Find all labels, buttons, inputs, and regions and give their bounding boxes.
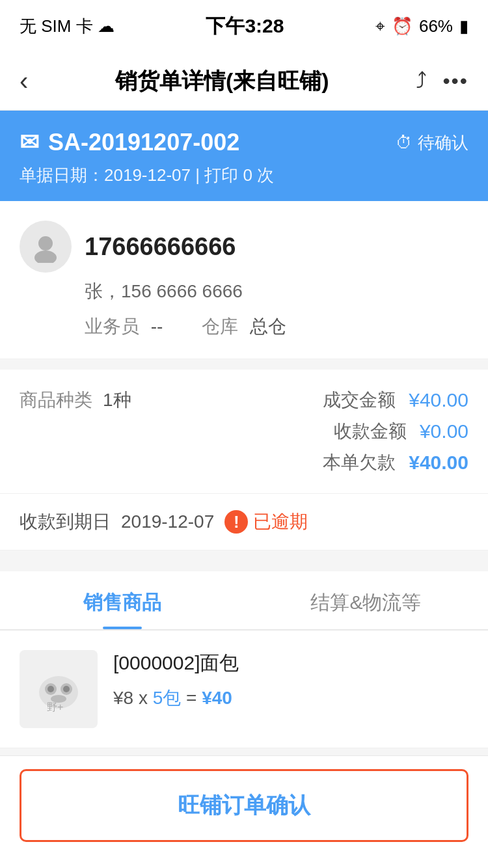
location-icon: ⌖ bbox=[375, 16, 385, 36]
product-name: [0000002]面包 bbox=[113, 650, 468, 677]
tabs-section: 销售商品 结算&物流等 bbox=[0, 571, 488, 631]
confirm-order-button[interactable]: 旺铺订单确认 bbox=[20, 769, 468, 842]
due-date-label: 收款到期日 bbox=[20, 509, 111, 534]
warehouse-field: 仓库 总仓 bbox=[202, 314, 286, 339]
owed-value: ¥40.00 bbox=[409, 452, 468, 474]
order-banner: ✉ SA-20191207-002 ⏱ 待确认 单据日期：2019-12-07 … bbox=[0, 111, 488, 201]
owed-amount-row: 本单欠款 ¥40.00 bbox=[323, 450, 468, 475]
product-list: 野+ [0000002]面包 ¥8 x 5包 = ¥40 bbox=[0, 631, 488, 748]
order-date-text: 单据日期：2019-12-07 bbox=[20, 165, 191, 185]
status-clock-icon: ⏱ bbox=[396, 133, 413, 153]
salesperson-field: 业务员 -- bbox=[85, 314, 163, 339]
transaction-label: 成交金额 bbox=[323, 388, 396, 413]
order-separator: | bbox=[195, 165, 204, 185]
tab-settlement-label: 结算&物流等 bbox=[310, 591, 421, 613]
status-time: 下午3:28 bbox=[206, 13, 284, 40]
customer-meta-row: 业务员 -- 仓库 总仓 bbox=[85, 314, 468, 339]
customer-name: 张，156 6666 6666 bbox=[85, 279, 468, 304]
product-qty: 5包 bbox=[153, 688, 182, 708]
overdue-badge: ! 已逾期 bbox=[224, 509, 308, 534]
page-title: 销货单详情(来自旺铺) bbox=[115, 66, 329, 96]
order-print-text: 打印 0 次 bbox=[204, 165, 274, 185]
battery-label: 66% bbox=[419, 16, 453, 36]
svg-point-5 bbox=[47, 686, 54, 692]
product-info: [0000002]面包 ¥8 x 5包 = ¥40 bbox=[113, 650, 468, 711]
divider-2 bbox=[0, 550, 488, 561]
equals-sign: = bbox=[186, 688, 197, 708]
sim-label: 无 SIM 卡 ☁ bbox=[20, 15, 115, 38]
received-label: 收款金额 bbox=[334, 419, 407, 444]
product-types-value: 1种 bbox=[103, 388, 131, 413]
transaction-value: ¥40.00 bbox=[409, 389, 468, 411]
battery-icon: ▮ bbox=[459, 16, 468, 36]
salesperson-value: -- bbox=[151, 316, 163, 336]
product-types-label: 商品种类 bbox=[20, 388, 92, 413]
overdue-icon: ! bbox=[224, 510, 248, 534]
order-status-text: 待确认 bbox=[418, 131, 468, 154]
summary-section: 商品种类 1种 成交金额 ¥40.00 收款金额 ¥0.00 本单欠款 ¥40.… bbox=[0, 370, 488, 494]
nav-bar: ‹ 销货单详情(来自旺铺) ⤴ ••• bbox=[0, 52, 488, 111]
product-image: 野+ bbox=[20, 650, 98, 728]
order-icon: ✉ bbox=[20, 129, 39, 156]
status-right: ⌖ ⏰ 66% ▮ bbox=[375, 16, 468, 36]
tab-sales-products[interactable]: 销售商品 bbox=[0, 571, 244, 629]
received-amount-row: 收款金额 ¥0.00 bbox=[334, 419, 468, 444]
warehouse-label: 仓库 bbox=[202, 316, 238, 336]
back-button[interactable]: ‹ bbox=[20, 66, 28, 96]
share-button[interactable]: ⤴ bbox=[416, 68, 427, 94]
status-bar: 无 SIM 卡 ☁ 下午3:28 ⌖ ⏰ 66% ▮ bbox=[0, 0, 488, 52]
bottom-button-wrap: 旺铺订单确认 bbox=[0, 755, 488, 868]
customer-phone: 17666666666 bbox=[85, 233, 236, 261]
amounts-column: 成交金额 ¥40.00 收款金额 ¥0.00 本单欠款 ¥40.00 bbox=[323, 388, 468, 475]
customer-row: 17666666666 bbox=[20, 221, 468, 273]
product-price: ¥8 x 5包 = ¥40 bbox=[113, 686, 468, 711]
order-meta: 单据日期：2019-12-07 | 打印 0 次 bbox=[20, 164, 468, 187]
price-text: ¥8 x bbox=[113, 688, 148, 708]
customer-avatar bbox=[20, 221, 72, 273]
svg-point-0 bbox=[38, 236, 53, 251]
more-button[interactable]: ••• bbox=[442, 69, 468, 93]
overdue-text: 已逾期 bbox=[253, 509, 308, 534]
divider-1 bbox=[0, 359, 488, 370]
product-item: 野+ [0000002]面包 ¥8 x 5包 = ¥40 bbox=[0, 631, 488, 748]
owed-label: 本单欠款 bbox=[323, 450, 396, 475]
tab-settlement[interactable]: 结算&物流等 bbox=[244, 571, 488, 629]
due-date-section: 收款到期日 2019-12-07 ! 已逾期 bbox=[0, 494, 488, 550]
warehouse-value: 总仓 bbox=[250, 316, 286, 336]
svg-text:野+: 野+ bbox=[47, 701, 63, 712]
order-id-row: ✉ SA-20191207-002 ⏱ 待确认 bbox=[20, 129, 468, 156]
transaction-amount-row: 成交金额 ¥40.00 bbox=[323, 388, 468, 413]
order-status: ⏱ 待确认 bbox=[396, 131, 468, 154]
order-id: ✉ SA-20191207-002 bbox=[20, 129, 239, 156]
customer-card: 17666666666 张，156 6666 6666 业务员 -- 仓库 总仓 bbox=[0, 201, 488, 359]
svg-point-6 bbox=[63, 686, 70, 692]
salesperson-label: 业务员 bbox=[85, 316, 139, 336]
alarm-icon: ⏰ bbox=[392, 16, 413, 36]
product-total: ¥40 bbox=[202, 688, 232, 708]
product-types-field: 商品种类 1种 bbox=[20, 388, 131, 413]
status-left: 无 SIM 卡 ☁ bbox=[20, 15, 115, 38]
tab-sales-products-label: 销售商品 bbox=[83, 591, 161, 613]
svg-point-1 bbox=[34, 251, 57, 263]
nav-icons: ⤴ ••• bbox=[416, 68, 468, 94]
due-date-value: 2019-12-07 bbox=[121, 511, 214, 532]
received-value: ¥0.00 bbox=[420, 420, 468, 442]
order-id-text: SA-20191207-002 bbox=[48, 129, 239, 156]
